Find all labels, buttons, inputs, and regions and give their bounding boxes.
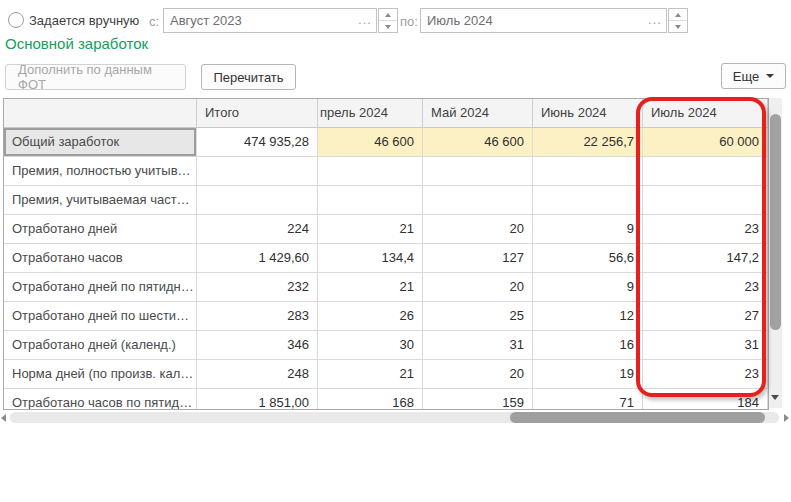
table-cell[interactable]: 21 — [318, 273, 423, 302]
table-cell[interactable]: 31 — [423, 331, 533, 360]
table-cell[interactable]: 168 — [318, 389, 423, 410]
table-cell[interactable]: 23 — [643, 273, 768, 302]
column-header: Итого — [197, 99, 318, 128]
horizontal-scrollbar-track[interactable] — [10, 412, 779, 423]
vertical-scrollbar[interactable] — [769, 98, 782, 408]
table-cell[interactable] — [423, 186, 533, 215]
table-cell[interactable]: 46 600 — [423, 128, 533, 157]
chevron-down-icon — [766, 74, 774, 78]
period-from-field: ... — [163, 8, 377, 33]
table-cell[interactable] — [423, 157, 533, 186]
spin-down-icon[interactable] — [669, 21, 687, 32]
table-cell[interactable]: 1 429,60 — [197, 244, 318, 273]
table-cell[interactable]: 27 — [643, 302, 768, 331]
table-cell[interactable]: 1 851,00 — [197, 389, 318, 410]
period-from-input[interactable] — [164, 10, 354, 31]
table-cell[interactable]: 26 — [318, 302, 423, 331]
row-label[interactable]: Отработано дней (календ.) — [4, 331, 197, 360]
table-cell[interactable]: 20 — [423, 215, 533, 244]
table-cell[interactable]: 20 — [423, 273, 533, 302]
table-cell[interactable]: 9 — [533, 215, 643, 244]
table-cell[interactable]: 147,2 — [643, 244, 768, 273]
row-label[interactable]: Отработано часов по пятидневно… — [4, 389, 197, 410]
table-cell[interactable]: 23 — [643, 215, 768, 244]
column-header: Июль 2024 — [643, 99, 768, 128]
spin-up-icon[interactable] — [669, 9, 687, 21]
table-cell[interactable]: 134,4 — [318, 244, 423, 273]
table-cell[interactable] — [643, 186, 768, 215]
spin-down-icon[interactable] — [379, 21, 397, 32]
table-cell[interactable]: 21 — [318, 215, 423, 244]
table-cell[interactable]: 56,6 — [533, 244, 643, 273]
table-cell[interactable]: 346 — [197, 331, 318, 360]
spin-up-icon[interactable] — [379, 9, 397, 21]
table-cell[interactable]: 184 — [643, 389, 768, 410]
more-button-label: Еще — [733, 69, 759, 84]
row-label[interactable]: Отработано дней — [4, 215, 197, 244]
period-to-choose-button[interactable]: ... — [644, 9, 666, 32]
table-cell[interactable]: 159 — [423, 389, 533, 410]
more-button[interactable]: Еще — [721, 63, 786, 89]
period-to-label: по: — [400, 14, 418, 29]
horizontal-scrollbar-thumb[interactable] — [510, 412, 765, 423]
table-cell[interactable]: 16 — [533, 331, 643, 360]
table-cell[interactable]: 232 — [197, 273, 318, 302]
scroll-right-arrow-icon[interactable] — [784, 414, 789, 422]
table-cell[interactable]: 19 — [533, 360, 643, 389]
table-cell[interactable] — [643, 157, 768, 186]
table-cell[interactable]: 283 — [197, 302, 318, 331]
section-title: Основной заработок — [5, 35, 148, 52]
table-cell[interactable]: 25 — [423, 302, 533, 331]
table-cell[interactable] — [318, 186, 423, 215]
row-label[interactable]: Отработано дней по шестидневно… — [4, 302, 197, 331]
row-label[interactable]: Премия, полностью учитываемая — [4, 157, 197, 186]
table-cell[interactable] — [533, 157, 643, 186]
fill-from-fot-button[interactable]: Дополнить по данным ФОТ — [5, 64, 186, 90]
column-header: прель 2024 — [318, 99, 423, 128]
corner-header — [4, 99, 197, 128]
horizontal-scrollbar[interactable] — [0, 411, 791, 424]
vertical-scrollbar-thumb[interactable] — [770, 114, 781, 330]
table-cell[interactable]: 9 — [533, 273, 643, 302]
table-cell[interactable]: 474 935,28 — [197, 128, 318, 157]
period-to-input[interactable] — [421, 10, 644, 31]
table-cell[interactable] — [197, 157, 318, 186]
table-cell[interactable]: 22 256,7 — [533, 128, 643, 157]
table-cell[interactable]: 21 — [318, 360, 423, 389]
table-cell[interactable] — [318, 157, 423, 186]
row-label[interactable]: Норма дней (по произв. календар… — [4, 360, 197, 389]
table-cell[interactable]: 60 000 — [643, 128, 768, 157]
table-cell[interactable]: 224 — [197, 215, 318, 244]
table-cell[interactable]: 31 — [643, 331, 768, 360]
table-cell[interactable]: 20 — [423, 360, 533, 389]
reread-button[interactable]: Перечитать — [201, 64, 296, 90]
scroll-down-arrow-icon[interactable] — [771, 395, 779, 400]
table-cell[interactable]: 46 600 — [318, 128, 423, 157]
scroll-left-arrow-icon[interactable] — [1, 414, 6, 422]
table-cell[interactable]: 30 — [318, 331, 423, 360]
row-label[interactable]: Премия, учитываемая частично — [4, 186, 197, 215]
table-cell[interactable]: 248 — [197, 360, 318, 389]
payroll-period-panel: Задается вручную с: ... по: ... Основной… — [0, 0, 791, 502]
table-cell[interactable]: 127 — [423, 244, 533, 273]
period-from-choose-button[interactable]: ... — [354, 9, 376, 32]
table-cell[interactable]: 71 — [533, 389, 643, 410]
row-label[interactable]: Общий заработок — [4, 128, 197, 157]
manual-period-radio[interactable] — [8, 12, 24, 28]
period-from-label: с: — [149, 14, 159, 29]
table-cell[interactable]: 23 — [643, 360, 768, 389]
table-cell[interactable] — [533, 186, 643, 215]
period-to-spinner — [668, 8, 688, 33]
row-label[interactable]: Отработано дней по пятидневной … — [4, 273, 197, 302]
column-header: Июнь 2024 — [533, 99, 643, 128]
table-cell[interactable]: 12 — [533, 302, 643, 331]
earnings-table: Итогопрель 2024Май 2024Июнь 2024Июль 202… — [4, 99, 768, 410]
column-header: Май 2024 — [423, 99, 533, 128]
period-from-spinner — [378, 8, 398, 33]
period-to-field: ... — [420, 8, 667, 33]
table-cell[interactable] — [197, 186, 318, 215]
earnings-table-wrap: Итогопрель 2024Май 2024Июнь 2024Июль 202… — [3, 98, 769, 410]
manual-period-radio-label[interactable]: Задается вручную — [29, 13, 139, 28]
row-label[interactable]: Отработано часов — [4, 244, 197, 273]
